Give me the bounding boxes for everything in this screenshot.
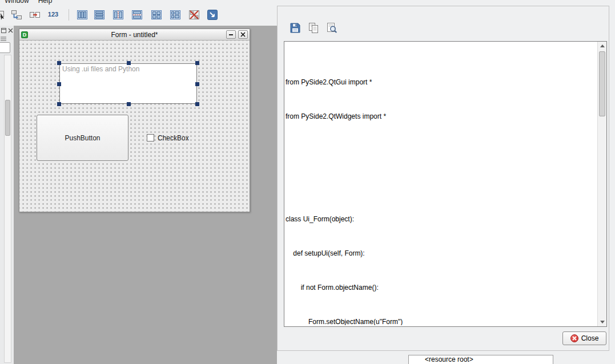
toolbar-separator: [69, 9, 69, 21]
dock-float-button[interactable]: [1, 27, 7, 34]
selection-handle[interactable]: [57, 61, 61, 65]
code-line: [286, 147, 596, 155]
checkbox-widget[interactable]: CheckBox: [145, 126, 203, 149]
edit-tab-order-icon[interactable]: 123: [47, 9, 59, 21]
code-text: from PySide2.QtGui import * from PySide2…: [286, 44, 596, 325]
layout-horizontal-icon[interactable]: [76, 9, 89, 21]
code-line: Form.setObjectName(u"Form"): [286, 318, 596, 325]
widgetbox-scrollbar-thumb[interactable]: [5, 100, 10, 136]
form-window-title: Form - untitled*: [19, 31, 250, 39]
copy-icon[interactable]: [307, 21, 320, 35]
layout-grid-icon[interactable]: [150, 9, 163, 21]
form-window-titlebar[interactable]: Form - untitled* D: [19, 29, 250, 41]
form-editor-window: Form - untitled* D Using .ui files and P…: [19, 29, 250, 212]
menu-bar: Window Help: [0, 0, 615, 5]
close-icon: [240, 32, 246, 37]
selection-handle[interactable]: [127, 102, 131, 106]
layout-form-icon[interactable]: [169, 9, 182, 21]
pushbutton-widget[interactable]: PushButton: [37, 115, 128, 161]
edit-signals-slots-icon[interactable]: [10, 9, 23, 21]
designer-form-icon: D: [21, 31, 28, 38]
close-window-button[interactable]: [238, 30, 248, 39]
close-button-label: Close: [581, 334, 599, 342]
selection-handle[interactable]: [195, 82, 199, 86]
edit-buddies-icon[interactable]: [29, 9, 41, 21]
layout-vertical-icon[interactable]: [93, 9, 106, 21]
code-line: if not Form.objectName():: [286, 284, 596, 292]
menu-window[interactable]: Window: [5, 0, 29, 5]
checkbox-indicator[interactable]: [147, 134, 154, 141]
selection-handle[interactable]: [195, 102, 199, 106]
code-line: [286, 181, 596, 189]
resource-root-item[interactable]: <resource root>: [409, 355, 553, 363]
break-layout-icon[interactable]: [188, 9, 200, 21]
minimize-icon: [229, 34, 233, 35]
code-scrollbar-thumb[interactable]: [599, 51, 605, 116]
widgetbox-scrollbar[interactable]: [4, 55, 11, 363]
code-line: from PySide2.QtWidgets import *: [286, 112, 596, 121]
save-icon[interactable]: [288, 21, 302, 35]
form-canvas[interactable]: Using .ui files and Python PushButton Ch…: [19, 41, 250, 212]
dock-close-icon[interactable]: [7, 27, 14, 34]
code-scrollbar[interactable]: [597, 42, 606, 326]
resource-browser: <resource root>: [408, 355, 553, 364]
code-line: def setupUi(self, Form):: [286, 249, 596, 258]
qt-designer-screen: Window Help 123: [0, 0, 615, 364]
selection-handle[interactable]: [57, 82, 61, 86]
textedit-placeholder: Using .ui files and Python: [62, 65, 139, 73]
adjust-size-icon[interactable]: [206, 9, 219, 21]
code-view[interactable]: from PySide2.QtGui import * from PySide2…: [284, 41, 607, 327]
selection-handle[interactable]: [57, 102, 61, 106]
code-preview-dialog: from PySide2.QtGui import * from PySide2…: [277, 6, 609, 351]
scroll-up-icon[interactable]: [600, 45, 605, 47]
edit-widgets-icon[interactable]: [0, 9, 7, 21]
widgetbox-list-icon: [0, 35, 6, 42]
left-dock-fragment: [0, 26, 14, 364]
layout-horizontal-splitter-icon[interactable]: [112, 9, 124, 21]
widgetbox-filter-input[interactable]: [0, 42, 10, 53]
textedit-widget[interactable]: Using .ui files and Python: [59, 63, 197, 104]
selection-handle[interactable]: [195, 61, 199, 65]
menu-help[interactable]: Help: [38, 0, 53, 5]
code-line: class Ui_Form(object):: [286, 215, 596, 224]
code-line: from PySide2.QtGui import *: [286, 78, 596, 87]
minimize-button[interactable]: [226, 30, 236, 39]
close-dialog-icon: [570, 334, 578, 342]
checkbox-label: CheckBox: [158, 134, 189, 142]
selection-handle[interactable]: [127, 61, 131, 65]
scroll-down-icon[interactable]: [600, 321, 605, 323]
find-icon[interactable]: [325, 21, 339, 35]
layout-vertical-splitter-icon[interactable]: [131, 9, 143, 21]
dialog-close-button[interactable]: Close: [562, 331, 606, 345]
